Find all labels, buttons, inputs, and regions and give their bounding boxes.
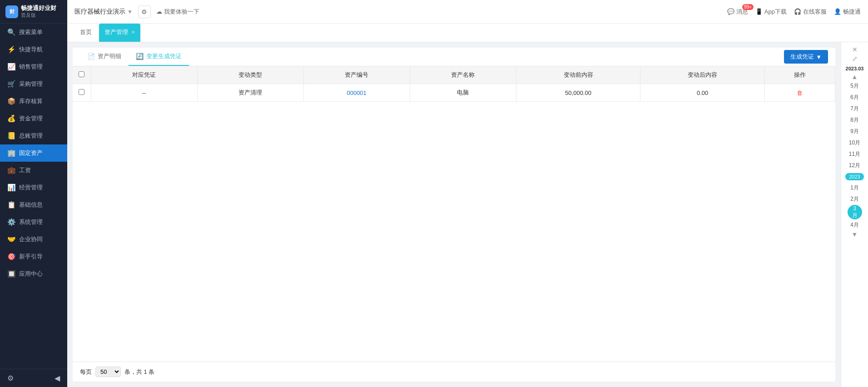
table-row: -- 资产清理 000001 电脑 50,000.00 0.00 🗑 bbox=[73, 84, 835, 102]
change-voucher-table: 对应凭证 变动类型 资产编号 资产名称 变动前内容 变动后内容 操作 bbox=[73, 66, 835, 102]
purchase-icon: 🛒 bbox=[7, 80, 15, 88]
sidebar-item-enterprise-label: 企业协同 bbox=[19, 235, 43, 243]
logo-icon: 财 bbox=[5, 5, 18, 18]
calendar-down-icon[interactable]: ▼ bbox=[852, 231, 858, 238]
sidebar-item-purchase[interactable]: 🛒 采购管理 bbox=[0, 75, 67, 93]
cal-month-3-active[interactable]: 3月 bbox=[848, 205, 862, 219]
company-name: 医疗器械行业演示 bbox=[74, 8, 125, 16]
sidebar-item-purchase-label: 采购管理 bbox=[19, 80, 43, 88]
company-selector[interactable]: 医疗器械行业演示 ▼ bbox=[74, 8, 133, 16]
cal-month-12[interactable]: 12月 bbox=[841, 160, 868, 171]
sidebar-item-ledger[interactable]: 📒 总账管理 bbox=[0, 127, 67, 144]
sales-icon: 📈 bbox=[7, 63, 15, 71]
cal-month-4[interactable]: 4月 bbox=[841, 219, 868, 231]
calendar-up-icon[interactable]: ▲ bbox=[852, 73, 858, 80]
row-checkbox[interactable] bbox=[79, 89, 84, 95]
sidebar-item-salary[interactable]: 💼 工资 bbox=[0, 162, 67, 179]
sidebar-menu: 🔍 搜索菜单 ⚡ 快捷导航 📈 销售管理 🛒 采购管理 📦 库存核算 💰 资金管… bbox=[0, 24, 67, 369]
select-all-checkbox[interactable] bbox=[79, 71, 84, 77]
operations-icon: 📊 bbox=[7, 184, 15, 192]
row-asset-no[interactable]: 000001 bbox=[303, 84, 410, 102]
row-voucher: -- bbox=[91, 84, 197, 102]
col-before: 变动前内容 bbox=[516, 66, 640, 84]
sidebar-item-system-label: 系统管理 bbox=[19, 218, 43, 226]
cal-month-1[interactable]: 1月 bbox=[841, 182, 868, 194]
message-button[interactable]: 💬 消息 99+ bbox=[727, 8, 748, 16]
sidebar-item-quick-nav-label: 快捷导航 bbox=[19, 45, 43, 54]
generate-chevron-icon: ▼ bbox=[816, 54, 822, 60]
sub-tab-change-voucher[interactable]: 🔄 变更生成凭证 bbox=[129, 48, 189, 66]
calendar-close-icon[interactable]: ✕ bbox=[852, 46, 858, 53]
sidebar-item-guide[interactable]: 🎯 新手引导 bbox=[0, 248, 67, 265]
search-icon: 🔍 bbox=[7, 28, 15, 36]
sidebar-item-search[interactable]: 🔍 搜索菜单 bbox=[0, 24, 67, 41]
col-asset-name: 资产名称 bbox=[410, 66, 516, 84]
sidebar-item-inventory[interactable]: 📦 库存核算 bbox=[0, 93, 67, 110]
experience-button[interactable]: ☁ 我要体验一下 bbox=[156, 8, 199, 16]
col-after: 变动后内容 bbox=[640, 66, 765, 84]
sub-tab-asset-detail-label: 资产明细 bbox=[98, 52, 121, 60]
sidebar-bottom: ⚙ ◀ bbox=[0, 369, 67, 387]
message-badge: 99+ bbox=[742, 4, 754, 10]
user-menu[interactable]: 👤 畅捷通 bbox=[834, 8, 861, 16]
row-before: 50,000.00 bbox=[516, 84, 640, 102]
sidebar-item-system[interactable]: ⚙️ 系统管理 bbox=[0, 213, 67, 231]
main-content: 医疗器械行业演示 ▼ ⚙ ☁ 我要体验一下 💬 消息 99+ 📱 App下载 🎧… bbox=[67, 0, 868, 387]
sub-tab-asset-detail[interactable]: 📄 资产明细 bbox=[80, 48, 129, 66]
tab-close-icon[interactable]: × bbox=[132, 29, 135, 35]
table-container: 对应凭证 变动类型 资产编号 资产名称 变动前内容 变动后内容 操作 bbox=[73, 66, 835, 362]
sub-tabs: 📄 资产明细 🔄 变更生成凭证 生成凭证 ▼ bbox=[73, 48, 835, 66]
sidebar-item-finance[interactable]: 💰 资金管理 bbox=[0, 110, 67, 127]
generate-voucher-label: 生成凭证 bbox=[790, 53, 814, 61]
sidebar-item-ledger-label: 总账管理 bbox=[19, 132, 43, 140]
sidebar: 财 畅捷通好业财 普及版 🔍 搜索菜单 ⚡ 快捷导航 📈 销售管理 🛒 采购管理… bbox=[0, 0, 67, 387]
company-chevron-icon: ▼ bbox=[127, 9, 133, 15]
tab-asset-mgmt-label: 资产管理 bbox=[104, 29, 128, 35]
sidebar-item-operations[interactable]: 📊 经营管理 bbox=[0, 179, 67, 196]
tab-asset-mgmt[interactable]: 资产管理 × bbox=[99, 24, 140, 42]
sidebar-item-enterprise[interactable]: 🤝 企业协同 bbox=[0, 231, 67, 248]
sidebar-item-fixed-assets[interactable]: 🏢 固定资产 bbox=[0, 144, 67, 162]
salary-icon: 💼 bbox=[7, 166, 15, 174]
sidebar-item-app-center[interactable]: 🔲 应用中心 bbox=[0, 265, 67, 283]
col-change-type: 变动类型 bbox=[197, 66, 303, 84]
calendar-expand-icon[interactable]: ⤢ bbox=[852, 55, 858, 62]
online-service-button[interactable]: 🎧 在线客服 bbox=[794, 8, 827, 16]
sidebar-item-guide-label: 新手引导 bbox=[19, 253, 43, 261]
delete-icon[interactable]: 🗑 bbox=[797, 89, 803, 96]
col-ops: 操作 bbox=[764, 66, 835, 84]
cal-month-11[interactable]: 11月 bbox=[841, 149, 868, 160]
system-icon: ⚙️ bbox=[7, 218, 15, 226]
calendar-year-badge[interactable]: 2023 bbox=[845, 173, 863, 180]
cal-month-7[interactable]: 7月 bbox=[841, 103, 868, 114]
cal-month-10[interactable]: 10月 bbox=[841, 137, 868, 149]
cal-month-6[interactable]: 6月 bbox=[841, 92, 868, 103]
page-size-label: 每页 bbox=[80, 368, 92, 376]
enterprise-icon: 🤝 bbox=[7, 235, 15, 243]
cal-month-9[interactable]: 9月 bbox=[841, 126, 868, 137]
page-size-select[interactable]: 10 20 50 100 bbox=[95, 367, 121, 377]
logo-sub: 普及版 bbox=[21, 12, 56, 19]
row-ops: 🗑 bbox=[764, 84, 835, 102]
ledger-icon: 📒 bbox=[7, 132, 15, 140]
settings-button[interactable]: ⚙ bbox=[138, 5, 151, 18]
collapse-icon[interactable]: ◀ bbox=[55, 374, 60, 382]
tab-home[interactable]: 首页 bbox=[74, 24, 97, 42]
sidebar-item-operations-label: 经营管理 bbox=[19, 184, 43, 192]
cal-month-5[interactable]: 5月 bbox=[841, 80, 868, 92]
generate-voucher-button[interactable]: 生成凭证 ▼ bbox=[784, 50, 828, 64]
sidebar-item-quick-nav[interactable]: ⚡ 快捷导航 bbox=[0, 41, 67, 58]
cloud-icon: ☁ bbox=[156, 8, 162, 15]
quick-nav-icon: ⚡ bbox=[7, 45, 15, 54]
col-voucher: 对应凭证 bbox=[91, 66, 197, 84]
app-download-button[interactable]: 📱 App下载 bbox=[755, 8, 787, 16]
cal-month-8[interactable]: 8月 bbox=[841, 114, 868, 126]
settings-gear-icon[interactable]: ⚙ bbox=[7, 374, 14, 382]
total-label: 条，共 1 条 bbox=[124, 368, 154, 376]
gear-icon: ⚙ bbox=[141, 8, 147, 15]
cal-month-2[interactable]: 2月 bbox=[841, 194, 868, 205]
sidebar-item-sales[interactable]: 📈 销售管理 bbox=[0, 58, 67, 75]
calendar-months-section: 5月 6月 7月 8月 9月 10月 11月 12月 2023 1月 2月 3月… bbox=[841, 80, 868, 231]
sidebar-item-basic-info[interactable]: 📋 基础信息 bbox=[0, 196, 67, 213]
sub-tab-change-voucher-label: 变更生成凭证 bbox=[146, 52, 182, 60]
